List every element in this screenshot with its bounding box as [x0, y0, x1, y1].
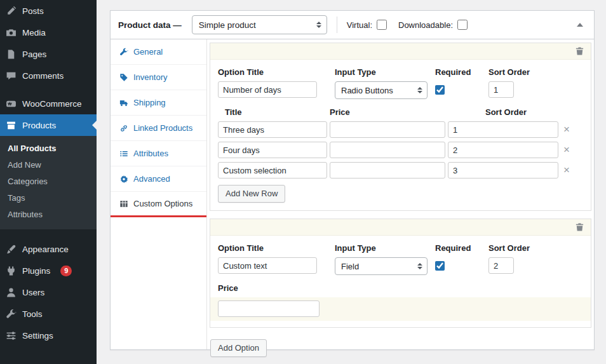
submenu-item-tags[interactable]: Tags — [0, 190, 97, 206]
sidebar-item-appearance[interactable]: Appearance — [0, 238, 97, 260]
required-label: Required — [435, 67, 488, 81]
option-field-inputs: Radio Buttons — [218, 81, 584, 99]
sidebar-item-label: WooCommerce — [22, 99, 82, 109]
row-price-input[interactable] — [330, 142, 445, 158]
appearance-icon — [6, 244, 17, 255]
submenu-item-categories[interactable]: Categories — [0, 173, 97, 190]
option-box-header — [210, 43, 591, 60]
product-type-value: Simple product — [199, 20, 256, 30]
select-caret-icon — [417, 87, 422, 93]
header-divider — [337, 17, 337, 33]
virtual-checkbox[interactable] — [377, 20, 387, 30]
row-title-input[interactable] — [218, 121, 327, 138]
submenu-item-add-new[interactable]: Add New — [0, 157, 97, 173]
option-title-input[interactable] — [218, 257, 317, 274]
sidebar-item-posts[interactable]: Posts — [0, 0, 97, 22]
sidebar-item-media[interactable]: Media — [0, 22, 97, 43]
collapse-panel-icon[interactable] — [574, 18, 586, 31]
required-checkbox[interactable] — [435, 85, 445, 95]
table-row: × — [218, 121, 584, 138]
tab-label: Shipping — [133, 98, 166, 107]
row-price-input[interactable] — [330, 162, 445, 179]
sidebar-item-label: Plugins — [22, 266, 50, 276]
input-type-select[interactable]: Field — [335, 257, 428, 275]
tab-label: Linked Products — [133, 123, 192, 133]
tab-label: General — [133, 47, 163, 57]
table-row: × — [218, 162, 584, 179]
plugins-icon — [6, 266, 17, 276]
tab-shipping[interactable]: Shipping — [111, 90, 206, 116]
products-submenu: All Products Add New Categories Tags Att… — [0, 136, 97, 229]
gear-icon — [119, 175, 128, 184]
truck-icon — [119, 98, 128, 107]
remove-row-button[interactable]: × — [561, 144, 572, 156]
tab-attributes[interactable]: Attributes — [111, 141, 206, 166]
add-option-button[interactable]: Add Option — [210, 339, 267, 357]
tab-label: Inventory — [133, 72, 167, 82]
row-title-input[interactable] — [218, 142, 327, 158]
row-title-input[interactable] — [218, 162, 327, 179]
submenu-item-attributes[interactable]: Attributes — [0, 206, 97, 223]
sidebar-item-label: Products — [22, 121, 56, 130]
row-sort-input[interactable] — [448, 121, 558, 138]
tab-inventory[interactable]: Inventory — [111, 65, 206, 90]
option-title-label: Option Title — [218, 243, 335, 257]
sidebar-item-comments[interactable]: Comments — [0, 65, 97, 86]
sort-order-input[interactable] — [488, 81, 514, 98]
downloadable-label: Downloadable: — [398, 20, 453, 30]
downloadable-checkbox[interactable] — [457, 20, 468, 30]
input-type-value: Radio Buttons — [341, 86, 393, 95]
sidebar-item-products[interactable]: Products — [0, 114, 97, 136]
sidebar-item-settings[interactable]: Settings — [0, 325, 97, 346]
inventory-icon — [119, 73, 128, 82]
tab-label: Advanced — [133, 174, 170, 184]
option-box-1: Option Title Input Type Required Sort Or… — [210, 43, 591, 211]
wrench-icon — [119, 48, 128, 57]
tab-general[interactable]: General — [111, 39, 206, 65]
product-type-select[interactable]: Simple product — [192, 15, 327, 34]
add-new-row-button[interactable]: Add New Row — [218, 185, 285, 203]
admin-sidebar: Posts Media Pages Comments WooCommerce P… — [0, 0, 97, 364]
row-sort-input[interactable] — [448, 162, 558, 179]
sidebar-separator — [0, 229, 97, 238]
page: Posts Media Pages Comments WooCommerce P… — [0, 0, 606, 364]
row-sort-input[interactable] — [448, 142, 558, 158]
sidebar-item-label: Posts — [22, 6, 44, 16]
tab-label: Attributes — [133, 149, 168, 158]
sidebar-item-woocommerce[interactable]: WooCommerce — [0, 93, 97, 114]
sort-order-input[interactable] — [488, 257, 514, 274]
row-title-label: Title — [218, 107, 327, 117]
product-data-header: Product data — Simple product Virtual: D… — [111, 11, 594, 39]
delete-option-icon[interactable] — [575, 222, 584, 232]
option-field-labels: Option Title Input Type Required Sort Or… — [218, 243, 584, 257]
plugins-update-badge: 9 — [60, 266, 72, 276]
sidebar-item-label: Appearance — [22, 245, 69, 254]
panel-title: Product data — — [118, 20, 182, 30]
settings-icon — [6, 330, 17, 341]
remove-row-button[interactable]: × — [561, 165, 572, 176]
row-price-input[interactable] — [330, 121, 445, 138]
users-icon — [6, 287, 17, 298]
input-type-select[interactable]: Radio Buttons — [335, 81, 428, 99]
sidebar-item-pages[interactable]: Pages — [0, 43, 97, 65]
delete-option-icon[interactable] — [575, 46, 584, 56]
sidebar-separator — [0, 86, 97, 93]
option-box-header — [210, 219, 591, 236]
products-icon — [6, 120, 17, 131]
link-icon — [119, 124, 128, 133]
tab-advanced[interactable]: Advanced — [111, 166, 206, 192]
sidebar-item-users[interactable]: Users — [0, 281, 97, 303]
sidebar-item-label: Comments — [22, 71, 64, 81]
sidebar-item-tools[interactable]: Tools — [0, 303, 97, 325]
sidebar-item-label: Settings — [22, 331, 53, 340]
option-title-input[interactable] — [218, 81, 317, 98]
required-checkbox[interactable] — [435, 261, 445, 271]
price-input[interactable] — [218, 300, 320, 317]
tab-custom-options[interactable]: Custom Options — [111, 192, 206, 217]
submenu-item-all-products[interactable]: All Products — [0, 140, 97, 157]
list-icon — [119, 149, 128, 158]
sidebar-item-plugins[interactable]: Plugins 9 — [0, 260, 97, 281]
tab-linked-products[interactable]: Linked Products — [111, 116, 206, 141]
remove-row-button[interactable]: × — [561, 124, 572, 135]
row-price-label: Price — [330, 107, 445, 117]
